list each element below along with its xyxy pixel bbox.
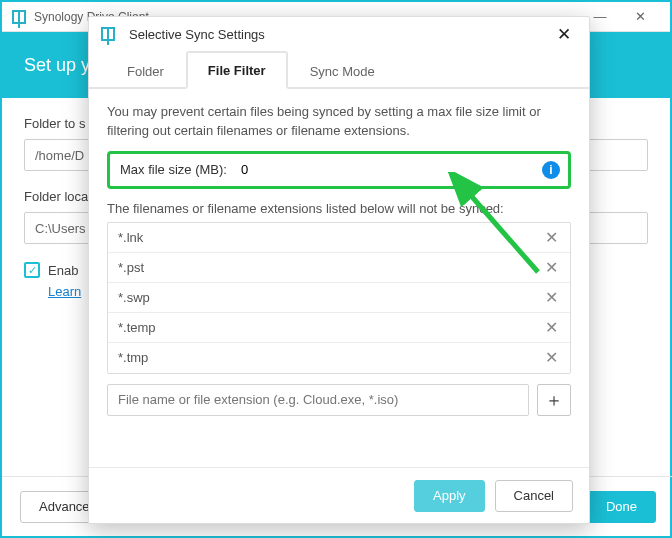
list-item-name: *.temp — [118, 320, 543, 335]
modal-titlebar: Selective Sync Settings ✕ — [89, 17, 589, 51]
apply-button[interactable]: Apply — [414, 480, 485, 512]
filter-description: You may prevent certain files being sync… — [107, 103, 571, 141]
remove-item-icon[interactable]: ✕ — [543, 288, 560, 307]
tab-sync-mode[interactable]: Sync Mode — [288, 51, 397, 89]
svg-line-0 — [466, 190, 538, 272]
remove-item-icon[interactable]: ✕ — [543, 348, 560, 367]
annotation-arrow-icon — [448, 172, 558, 282]
max-file-size-label: Max file size (MB): — [120, 162, 227, 177]
modal-overlay: Selective Sync Settings ✕ Folder File Fi… — [0, 0, 672, 538]
modal-tabs: Folder File Filter Sync Mode — [89, 51, 589, 89]
modal-footer: Apply Cancel — [89, 467, 589, 523]
list-item: *.tmp ✕ — [108, 343, 570, 373]
add-filter-row: ＋ — [107, 384, 571, 416]
add-filter-input[interactable] — [107, 384, 529, 416]
tab-folder[interactable]: Folder — [105, 51, 186, 89]
cancel-button[interactable]: Cancel — [495, 480, 573, 512]
remove-item-icon[interactable]: ✕ — [543, 318, 560, 337]
add-filter-button[interactable]: ＋ — [537, 384, 571, 416]
list-item-name: *.swp — [118, 290, 543, 305]
modal-title: Selective Sync Settings — [129, 27, 265, 42]
list-item-name: *.tmp — [118, 350, 543, 365]
close-icon[interactable]: ✕ — [551, 22, 577, 47]
tab-file-filter[interactable]: File Filter — [186, 51, 288, 89]
plus-icon: ＋ — [545, 388, 563, 412]
list-item: *.swp ✕ — [108, 283, 570, 313]
list-item: *.temp ✕ — [108, 313, 570, 343]
app-icon — [101, 27, 115, 41]
